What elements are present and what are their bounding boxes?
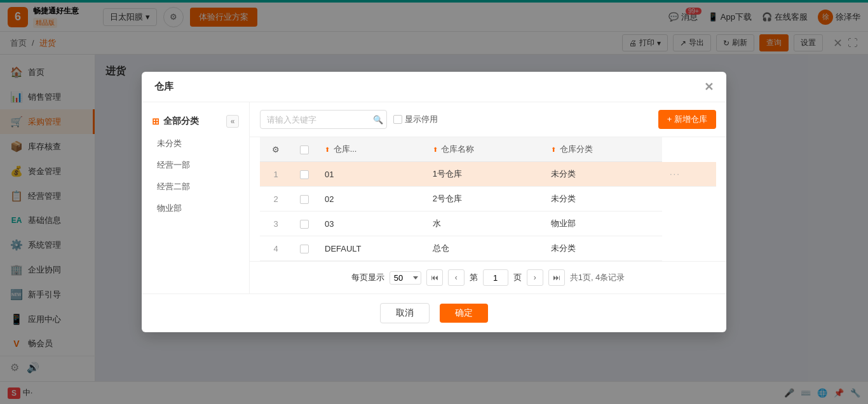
row-num: 4 <box>260 236 292 261</box>
row-num: 3 <box>260 212 292 236</box>
category-item-ops2[interactable]: 经营二部 <box>142 176 249 198</box>
search-input[interactable] <box>260 110 387 129</box>
row-code: 02 <box>317 187 425 212</box>
row-category: 物业部 <box>543 212 662 236</box>
search-icon[interactable]: 🔍 <box>373 115 383 125</box>
grid-icon: ⊞ <box>152 116 159 126</box>
select-all-checkbox[interactable] <box>300 145 309 154</box>
page-size-select[interactable]: 50 20 100 <box>390 271 421 285</box>
page-unit: 页 <box>513 272 522 283</box>
th-checkbox <box>292 137 317 162</box>
warehouse-dialog: 仓库 ✕ ⊞ 全部分类 « 未分类 经营一部 经营二部 物业部 <box>142 72 726 332</box>
dialog-overlay: 仓库 ✕ ⊞ 全部分类 « 未分类 经营一部 经营二部 物业部 <box>0 0 868 404</box>
show-disabled-checkbox[interactable] <box>393 115 402 124</box>
warehouse-toolbar: 🔍 显示停用 + 新增仓库 <box>250 102 726 137</box>
warehouse-table-wrap: ⚙ ⬆ 仓库... ⬆ 仓库名称 <box>250 137 726 261</box>
sort-icon-name: ⬆ <box>433 146 438 153</box>
collapse-button[interactable]: « <box>226 115 239 128</box>
row-name: 1号仓库 <box>425 162 544 187</box>
show-disabled-toggle[interactable]: 显示停用 <box>393 114 438 125</box>
sort-icon: ⬆ <box>325 146 330 153</box>
row-category: 未分类 <box>543 236 662 261</box>
category-item-ops1[interactable]: 经营一部 <box>142 154 249 176</box>
dialog-body: ⊞ 全部分类 « 未分类 经营一部 经营二部 物业部 🔍 <box>142 102 726 293</box>
next-page-button[interactable]: › <box>527 269 543 286</box>
category-panel: ⊞ 全部分类 « 未分类 经营一部 经营二部 物业部 <box>142 102 250 293</box>
category-item-unclassified[interactable]: 未分类 <box>142 133 249 154</box>
dialog-close-button[interactable]: ✕ <box>704 81 714 93</box>
confirm-button[interactable]: 确定 <box>440 304 488 323</box>
th-code: ⬆ 仓库... <box>317 137 425 162</box>
table-row[interactable]: 4 DEFAULT 总仓 未分类 <box>260 236 716 261</box>
page-label: 第 <box>470 272 478 283</box>
row-code: 01 <box>317 162 425 187</box>
row-num: 2 <box>260 187 292 212</box>
table-row[interactable]: 1 01 1号仓库 未分类 ··· <box>260 162 716 187</box>
last-page-button[interactable]: ⏭ <box>548 269 565 286</box>
dialog-footer: 取消 确定 <box>142 293 726 332</box>
row-checkbox[interactable] <box>292 236 317 261</box>
row-num-highlighted: 1 <box>273 170 278 179</box>
cancel-button[interactable]: 取消 <box>380 303 430 323</box>
row-category: 未分类 <box>543 162 662 187</box>
page-total-info: 共1页, 4条记录 <box>570 272 625 283</box>
row-actions[interactable]: ··· <box>662 162 716 187</box>
warehouse-list-panel: 🔍 显示停用 + 新增仓库 ⚙ <box>250 102 726 293</box>
th-category: ⬆ 仓库分类 <box>543 137 662 162</box>
search-wrap: 🔍 <box>260 110 387 129</box>
per-page-label: 每页显示 <box>351 272 384 283</box>
all-category-header[interactable]: ⊞ 全部分类 « <box>142 110 249 133</box>
table-header-row: ⚙ ⬆ 仓库... ⬆ 仓库名称 <box>260 137 716 162</box>
pagination: 每页显示 50 20 100 ⏮ ‹ 第 页 › ⏭ 共1页, 4条记录 <box>250 261 726 293</box>
th-settings: ⚙ <box>260 137 292 162</box>
prev-page-button[interactable]: ‹ <box>448 269 465 286</box>
th-name: ⬆ 仓库名称 <box>425 137 544 162</box>
dialog-title: 仓库 <box>154 81 173 93</box>
row-name: 水 <box>425 212 544 236</box>
row-checkbox[interactable] <box>292 212 317 236</box>
row-category: 未分类 <box>543 187 662 212</box>
row-name: 2号仓库 <box>425 187 544 212</box>
sort-icon-cat: ⬆ <box>551 146 556 153</box>
row-checkbox[interactable] <box>292 162 317 187</box>
row-name: 总仓 <box>425 236 544 261</box>
first-page-button[interactable]: ⏮ <box>426 269 443 286</box>
table-row[interactable]: 2 02 2号仓库 未分类 <box>260 187 716 212</box>
row-code: 03 <box>317 212 425 236</box>
page-input[interactable] <box>483 269 508 286</box>
category-item-property[interactable]: 物业部 <box>142 198 249 219</box>
row-code: DEFAULT <box>317 236 425 261</box>
row-checkbox[interactable] <box>292 187 317 212</box>
table-row[interactable]: 3 03 水 物业部 <box>260 212 716 236</box>
row-num: 1 <box>260 162 292 187</box>
add-warehouse-button[interactable]: + 新增仓库 <box>658 110 716 129</box>
dialog-header: 仓库 ✕ <box>142 72 726 102</box>
warehouse-table: ⚙ ⬆ 仓库... ⬆ 仓库名称 <box>260 137 716 261</box>
